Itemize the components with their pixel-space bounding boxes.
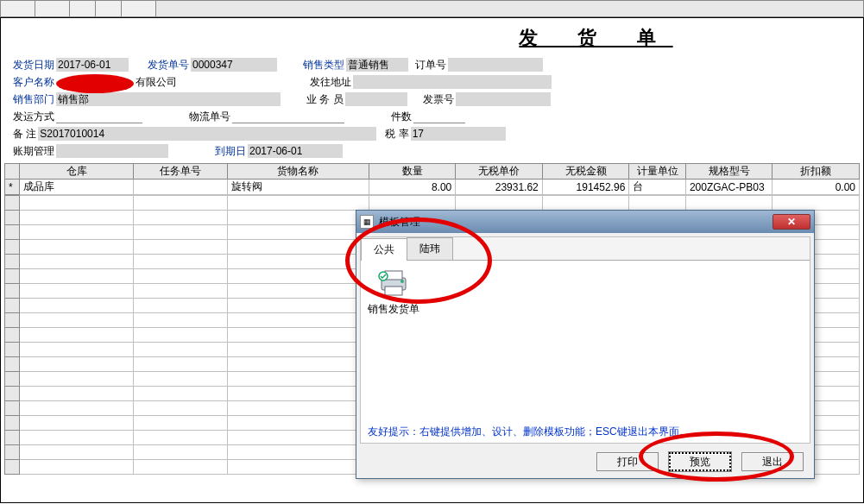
col-goods-name[interactable]: 货物名称 [227, 164, 369, 180]
ship-date-label: 发货日期 [13, 58, 54, 72]
toolbar-btn[interactable] [122, 1, 156, 16]
tax-rate-label: 税 率 [385, 127, 408, 142]
toolbar-btn[interactable] [35, 1, 70, 16]
toolbar-btn[interactable] [96, 1, 122, 16]
due-date-label: 到期日 [215, 144, 246, 159]
col-unit[interactable]: 计量单位 [629, 164, 686, 180]
dialog-hint: 友好提示：右键提供增加、设计、删除模板功能；ESC键退出本界面。 [368, 425, 690, 439]
svg-rect-2 [385, 287, 402, 295]
ship-date-field[interactable] [56, 58, 129, 72]
data-grid[interactable]: 仓库 任务单号 货物名称 数量 无税单价 无税金额 计量单位 规格型号 折扣额 … [4, 163, 860, 195]
clerk-label: 业 务 员 [306, 92, 344, 107]
cell-task-no[interactable] [133, 180, 227, 195]
dept-field[interactable] [56, 92, 281, 106]
template-item[interactable]: 销售发货单 [368, 268, 419, 317]
template-manager-dialog: ▦ 模板管理 ✕ 公共 陆玮 销售发货单 [356, 210, 815, 479]
toolbar-btn[interactable] [1, 1, 35, 16]
main-toolbar [0, 0, 864, 17]
pieces-field[interactable] [413, 110, 465, 123]
cell-goods-name[interactable]: 旋转阀 [227, 180, 369, 195]
exit-button[interactable]: 退出 [741, 452, 804, 471]
cell-amount-notax[interactable]: 191452.96 [542, 180, 629, 195]
order-no-label: 订单号 [415, 58, 446, 72]
period-field[interactable] [56, 144, 168, 158]
cell-discount[interactable]: 0.00 [773, 180, 860, 195]
ship-addr-label: 发往地址 [310, 75, 351, 90]
preview-button[interactable]: 预览 [669, 452, 731, 471]
toolbar-btn[interactable] [70, 1, 96, 16]
invoice-no-field[interactable] [456, 92, 551, 106]
cell-warehouse[interactable]: 成品库 [20, 180, 133, 195]
col-discount[interactable]: 折扣额 [773, 164, 860, 180]
cell-spec[interactable]: 200ZGAC-PB03 [685, 180, 773, 195]
ship-addr-field[interactable] [353, 75, 552, 89]
print-button[interactable]: 打印 [596, 452, 659, 471]
ship-no-label: 发货单号 [148, 58, 189, 72]
pieces-label: 件数 [391, 110, 412, 124]
col-amount-notax[interactable]: 无税金额 [542, 164, 629, 180]
dialog-tabs: 公共 陆玮 [361, 237, 810, 261]
document-title: 发 货 单 [329, 25, 863, 51]
template-label: 销售发货单 [368, 302, 419, 317]
col-qty[interactable]: 数量 [369, 164, 456, 180]
order-no-field[interactable] [448, 58, 543, 72]
dialog-titlebar[interactable]: ▦ 模板管理 ✕ [356, 211, 814, 233]
ship-method-label: 发运方式 [13, 110, 54, 124]
period-label: 账期管理 [13, 144, 54, 159]
form-header: 发货日期 发货单号 销售类型 订单号 客户名称 有限公司 发往地址 销售部门 业… [1, 51, 863, 160]
customer-redacted [56, 74, 134, 93]
row-marker: * [5, 180, 20, 195]
col-warehouse[interactable]: 仓库 [20, 164, 133, 180]
logistics-no-field[interactable] [232, 110, 344, 123]
printer-icon [376, 268, 411, 299]
dialog-button-bar: 打印 预览 退出 [356, 447, 814, 476]
customer-label: 客户名称 [13, 75, 54, 90]
cell-qty[interactable]: 8.00 [369, 180, 456, 195]
due-date-field[interactable] [248, 144, 343, 158]
table-row[interactable] [5, 196, 860, 211]
cell-price-notax[interactable]: 23931.62 [456, 180, 543, 195]
ship-method-field[interactable] [56, 110, 142, 123]
clerk-field[interactable] [345, 92, 407, 106]
dialog-body: 公共 陆玮 销售发货单 友好提示：右键提供增加、设计、删除模板功能；E [360, 236, 810, 444]
cell-unit[interactable]: 台 [629, 180, 686, 195]
col-task-no[interactable]: 任务单号 [133, 164, 227, 180]
remark-field[interactable] [38, 127, 376, 141]
dialog-title: 模板管理 [379, 215, 773, 230]
remark-label: 备 注 [13, 127, 36, 142]
customer-suffix: 有限公司 [136, 75, 177, 90]
col-price-notax[interactable]: 无税单价 [456, 164, 543, 180]
svg-point-3 [400, 280, 404, 283]
tab-user[interactable]: 陆玮 [407, 237, 453, 260]
grid-corner [5, 164, 20, 180]
dialog-icon: ▦ [360, 215, 374, 229]
tab-public[interactable]: 公共 [361, 238, 407, 261]
close-button[interactable]: ✕ [773, 214, 810, 230]
table-row[interactable]: * 成品库 旋转阀 8.00 23931.62 191452.96 台 200Z… [5, 180, 860, 195]
ship-no-field[interactable] [191, 58, 277, 72]
logistics-no-label: 物流单号 [189, 110, 230, 124]
sale-type-label: 销售类型 [303, 58, 344, 72]
tax-rate-field[interactable] [411, 127, 506, 141]
tab-content[interactable]: 销售发货单 [361, 261, 810, 324]
grid-body: * 成品库 旋转阀 8.00 23931.62 191452.96 台 200Z… [5, 180, 860, 195]
col-spec[interactable]: 规格型号 [685, 164, 773, 180]
invoice-no-label: 发票号 [423, 92, 454, 107]
dept-label: 销售部门 [13, 92, 54, 107]
sale-type-field[interactable] [346, 58, 408, 72]
